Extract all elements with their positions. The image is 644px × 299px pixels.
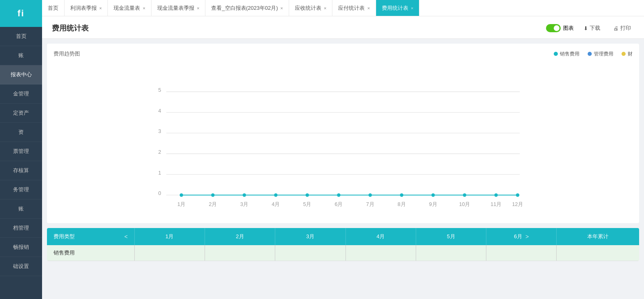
svg-text:8月: 8月 — [398, 202, 406, 207]
header-actions: 图表 ⬇ 下载 🖨 打印 — [546, 23, 634, 33]
sidebar-item-archive[interactable]: 档管理 — [0, 219, 42, 238]
legend-finance: 财 — [622, 51, 633, 58]
tab-expense-stats[interactable]: 费用统计表 × — [376, 0, 419, 16]
tab-close-payable[interactable]: × — [367, 6, 370, 11]
chart-toggle[interactable] — [546, 24, 561, 32]
td-sales-ytd — [557, 245, 639, 261]
td-sales-m2 — [205, 245, 275, 261]
sidebar-item-capital[interactable]: 资 — [0, 123, 42, 142]
sidebar-logo: fi — [0, 0, 42, 27]
tab-receivable[interactable]: 应收统计表 × — [289, 0, 332, 16]
svg-point-30 — [368, 193, 372, 197]
tab-close-cashflow-quarterly[interactable]: × — [197, 6, 199, 11]
svg-text:10月: 10月 — [459, 202, 470, 207]
sidebar-item-home[interactable]: 首页 — [0, 27, 42, 46]
table-nav-prev[interactable]: < — [124, 233, 127, 240]
svg-text:5: 5 — [158, 87, 161, 93]
sidebar-item-expense[interactable]: 畅报销 — [0, 238, 42, 257]
sidebar-item-assets[interactable]: 定资产 — [0, 104, 42, 123]
th-month4: 4月 — [346, 228, 416, 245]
chart-header: 费用趋势图 销售费用 管理费用 财 — [53, 50, 633, 58]
chart-legend: 销售费用 管理费用 财 — [554, 51, 633, 58]
svg-text:0: 0 — [158, 190, 161, 196]
chart-title: 费用趋势图 — [53, 50, 80, 58]
page-header: 费用统计表 图表 ⬇ 下载 🖨 打印 — [42, 16, 644, 39]
data-table-section: 费用类型 < 1月 2月 3月 4月 5月 6月 > 本年累计 销售费用 — [47, 228, 639, 261]
tab-close-expense-stats[interactable]: × — [411, 6, 413, 11]
svg-text:4: 4 — [158, 108, 161, 114]
sidebar-item-ledger[interactable]: 账 — [0, 199, 42, 219]
tab-profit-quarterly[interactable]: 利润表季报 × — [65, 0, 108, 16]
svg-text:9月: 9月 — [429, 202, 437, 207]
sidebar-item-invoice[interactable]: 票管理 — [0, 142, 42, 161]
td-sales-m6 — [486, 245, 557, 261]
svg-point-27 — [274, 193, 277, 197]
tab-home[interactable]: 首页 — [42, 0, 65, 16]
svg-point-29 — [337, 193, 340, 197]
legend-admin: 管理费用 — [588, 51, 613, 58]
svg-text:7月: 7月 — [366, 202, 374, 207]
svg-point-26 — [243, 193, 246, 197]
legend-label-sales: 销售费用 — [560, 51, 579, 58]
chart-toggle-wrap[interactable]: 图表 — [546, 24, 574, 32]
legend-dot-admin — [588, 52, 592, 56]
svg-point-34 — [495, 193, 498, 197]
page-title: 费用统计表 — [52, 23, 89, 33]
print-button[interactable]: 🖨 打印 — [610, 23, 634, 33]
svg-point-32 — [431, 193, 435, 197]
tab-close-profit-quarterly[interactable]: × — [99, 6, 102, 11]
th-month3: 3月 — [275, 228, 345, 245]
svg-point-24 — [180, 193, 183, 197]
chart-svg: 0 1 2 3 4 5 1月 2月 3月 — [53, 62, 633, 217]
sidebar-item-settings[interactable]: 础设置 — [0, 257, 42, 276]
td-type-sales: 销售费用 — [47, 245, 135, 261]
legend-sales: 销售费用 — [554, 51, 579, 58]
th-type: 费用类型 < — [47, 228, 135, 245]
chart-area: 0 1 2 3 4 5 1月 2月 3月 — [53, 62, 633, 217]
sidebar-item-service[interactable]: 务管理 — [0, 180, 42, 199]
svg-text:2: 2 — [158, 149, 161, 155]
svg-point-25 — [211, 193, 214, 197]
chart-toggle-label: 图表 — [563, 24, 574, 32]
tab-cashflow[interactable]: 现金流量表 × — [108, 0, 151, 16]
sidebar-item-reports[interactable]: 报表中心 — [0, 65, 42, 84]
table-nav-next[interactable]: > — [526, 233, 529, 240]
svg-text:5月: 5月 — [303, 202, 311, 207]
tab-cashflow-quarterly[interactable]: 现金流量表季报 × — [152, 0, 205, 16]
svg-text:4月: 4月 — [272, 202, 280, 207]
legend-label-admin: 管理费用 — [594, 51, 613, 58]
sidebar-item-cash[interactable]: 金管理 — [0, 84, 42, 104]
tab-close-receivable[interactable]: × — [324, 6, 326, 11]
tab-close-cashflow[interactable]: × — [143, 6, 145, 11]
tab-close-blank-report[interactable]: × — [281, 6, 283, 11]
th-year-total: 本年累计 — [557, 228, 639, 245]
th-month5: 5月 — [416, 228, 486, 245]
sidebar: fi 首页 账 报表中心 金管理 定资产 资 票管理 存核算 务管理 账 档管理… — [0, 0, 42, 299]
svg-point-35 — [516, 193, 519, 197]
legend-label-finance: 财 — [628, 51, 633, 58]
svg-point-31 — [400, 193, 403, 197]
svg-point-28 — [305, 193, 309, 197]
legend-dot-sales — [554, 52, 558, 56]
tab-bar: 首页 利润表季报 × 现金流量表 × 现金流量表季报 × 查看_空白报表(202… — [42, 0, 644, 16]
tab-payable[interactable]: 应付统计表 × — [332, 0, 376, 16]
sidebar-item-account[interactable]: 账 — [0, 46, 42, 65]
download-icon: ⬇ — [584, 25, 588, 31]
td-sales-m4 — [346, 245, 416, 261]
td-sales-m1 — [135, 245, 205, 261]
svg-text:3月: 3月 — [240, 202, 248, 207]
print-icon: 🖨 — [613, 25, 619, 31]
svg-text:12月: 12月 — [512, 202, 523, 207]
table-row-sales: 销售费用 — [47, 245, 639, 261]
content-area: 费用统计表 图表 ⬇ 下载 🖨 打印 费用趋势图 — [42, 16, 644, 299]
td-sales-m3 — [275, 245, 345, 261]
svg-text:1月: 1月 — [177, 202, 185, 207]
th-month6: 6月 > — [486, 228, 557, 245]
download-button[interactable]: ⬇ 下载 — [580, 23, 604, 33]
chart-section: 费用趋势图 销售费用 管理费用 财 — [47, 44, 639, 223]
svg-point-33 — [463, 193, 466, 197]
tab-blank-report[interactable]: 查看_空白报表(2023年02月) × — [205, 0, 289, 16]
td-sales-m5 — [416, 245, 486, 261]
sidebar-item-inventory[interactable]: 存核算 — [0, 161, 42, 180]
svg-text:11月: 11月 — [490, 202, 501, 207]
